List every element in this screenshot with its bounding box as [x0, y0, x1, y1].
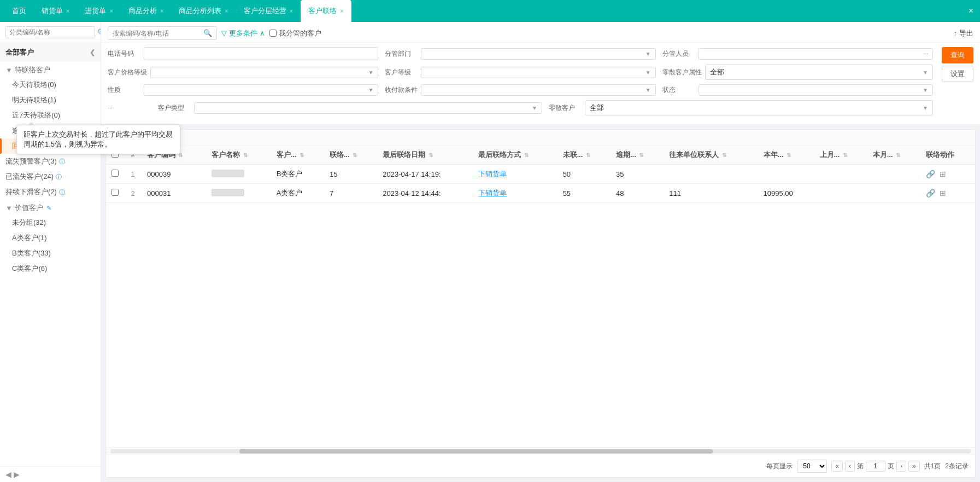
query-button[interactable]: 查询: [942, 47, 973, 63]
header-uncontacted[interactable]: 未联... ⇅: [558, 146, 611, 165]
sidebar-item-tomorrow[interactable]: 明天待联络(1): [0, 92, 101, 108]
sort-unit-icon: ⇅: [722, 152, 726, 158]
my-customers-checkbox-label[interactable]: 我分管的客户: [269, 28, 321, 38]
nav-sales-order[interactable]: 销货单 ×: [34, 0, 77, 22]
header-this-month[interactable]: 本月... ⇅: [867, 146, 920, 165]
sort-type-icon: ⇅: [300, 152, 304, 158]
close-sales-order[interactable]: ×: [66, 8, 69, 14]
nav-product-analysis-list[interactable]: 商品分析列表 ×: [171, 0, 236, 22]
header-this-year[interactable]: 本年... ⇅: [758, 146, 814, 165]
customer-type-down-icon: ▼: [532, 105, 537, 111]
close-purchase-order[interactable]: ×: [109, 8, 113, 14]
close-product-analysis[interactable]: ×: [160, 8, 163, 14]
retail-attr-select[interactable]: 全部 ▼: [705, 65, 933, 80]
search-input[interactable]: [113, 30, 201, 37]
close-product-analysis-list[interactable]: ×: [225, 8, 228, 14]
row1-unit-contact: [664, 165, 758, 184]
payment-select[interactable]: ▼: [421, 84, 655, 96]
row1-last-date: 2023-04-17 14:19:: [377, 165, 473, 184]
status-select[interactable]: ▼: [699, 84, 933, 96]
filter-row-3: 性质 ▼ 收付款条件 ▼: [108, 84, 933, 96]
header-unit-contact[interactable]: 往来单位联系人 ⇅: [664, 146, 758, 165]
sidebar-item-unclassified[interactable]: 未分组(32): [0, 215, 101, 230]
per-page-select[interactable]: 50 100 200: [797, 460, 827, 473]
sidebar-prev-btn[interactable]: ◀: [5, 470, 11, 479]
price-level-select[interactable]: ▼: [150, 67, 378, 78]
row1-checkbox[interactable]: [112, 170, 119, 177]
horizontal-scrollbar[interactable]: [106, 447, 975, 455]
sidebar-item-declining[interactable]: 持续下滑客户(2) ⓘ: [0, 184, 101, 200]
header-overdue[interactable]: 逾期... ⇅: [611, 146, 664, 165]
row1-overdue: 35: [611, 165, 664, 184]
row1-num: 1: [124, 165, 142, 184]
customer-level-select[interactable]: ▼: [421, 67, 655, 78]
my-customers-checkbox[interactable]: [269, 30, 277, 37]
nav-customer-segment[interactable]: 客户分层经营 ×: [236, 0, 301, 22]
page-label-suffix: 页: [888, 462, 894, 471]
close-customer-contact[interactable]: ×: [340, 8, 343, 14]
table-wrap[interactable]: # 客户编码 ⇅ 客户名称 ⇅ 客户... ⇅: [106, 146, 975, 447]
page-number-input[interactable]: [866, 461, 885, 472]
lost-prediction-info-icon: ⓘ: [59, 158, 65, 166]
row2-contact-count: 7: [324, 184, 377, 203]
header-customer-type[interactable]: 客户... ⇅: [271, 146, 324, 165]
first-page-button[interactable]: «: [831, 461, 843, 472]
export-button[interactable]: ↑ 导出: [954, 28, 974, 38]
value-customers-group[interactable]: ▼ 价值客户 ✎: [0, 200, 101, 215]
sidebar-item-class-b[interactable]: B类客户(33): [0, 246, 101, 261]
row1-grid-icon[interactable]: ⊞: [940, 170, 946, 178]
sidebar-item-lost-prediction[interactable]: 流失预警客户(3) ⓘ: [0, 154, 101, 169]
gender-select[interactable]: ▼: [144, 84, 378, 96]
search-icon[interactable]: 🔍: [203, 29, 212, 37]
sidebar-item-class-c[interactable]: C类客户(6): [0, 261, 101, 276]
sort-name-icon: ⇅: [243, 152, 248, 158]
phone-field: 电话号码: [108, 47, 378, 60]
value-customers-edit-icon[interactable]: ✎: [46, 205, 51, 212]
customer-level-down-icon: ▼: [645, 69, 651, 76]
row2-link-icon[interactable]: 🔗: [926, 189, 935, 198]
customer-type-select[interactable]: ▼: [194, 102, 542, 114]
sidebar-search-input[interactable]: [5, 26, 95, 38]
pending-contact-group[interactable]: ▼ 待联络客户: [0, 62, 101, 77]
nav-home[interactable]: 首页: [4, 0, 34, 22]
close-customer-segment[interactable]: ×: [290, 8, 293, 14]
row2-checkbox[interactable]: [112, 189, 119, 196]
sort-tmonth-icon: ⇅: [896, 152, 900, 158]
tooltip-box: 距客户上次交易时长，超过了此客户的平均交易周期的1.5倍，则视为异常。: [16, 125, 101, 154]
header-last-month[interactable]: 上月... ⇅: [814, 146, 867, 165]
header-last-contact-date[interactable]: 最后联络日期 ⇅: [377, 146, 473, 165]
next-page-button[interactable]: ›: [896, 461, 906, 472]
customer-type-field: 客户类型 ▼: [158, 102, 542, 114]
nav-product-analysis[interactable]: 商品分析 ×: [121, 0, 171, 22]
sidebar-item-class-a[interactable]: A类客户(1): [0, 230, 101, 246]
sidebar-item-already-lost[interactable]: 已流失客户(24) ⓘ: [0, 169, 101, 184]
row2-grid-icon[interactable]: ⊞: [940, 189, 946, 198]
row1-link-icon[interactable]: 🔗: [926, 170, 935, 178]
retail-customer-down-icon: ▼: [923, 105, 928, 111]
row2-type: A类客户: [271, 184, 324, 203]
branch-select[interactable]: ▼: [421, 48, 655, 60]
manager-select[interactable]: ···: [699, 48, 933, 60]
sidebar-nav-arrows: ◀ ▶: [5, 470, 20, 479]
sidebar-item-7days[interactable]: 近7天待联络(0): [0, 108, 101, 123]
header-last-contact-method[interactable]: 最后联络方式 ⇅: [473, 146, 557, 165]
nav-purchase-order[interactable]: 进货单 ×: [77, 0, 120, 22]
table-header: # 客户编码 ⇅ 客户名称 ⇅ 客户... ⇅: [106, 146, 975, 165]
last-page-button[interactable]: »: [908, 461, 920, 472]
prev-page-button[interactable]: ‹: [845, 461, 855, 472]
nav-customer-contact[interactable]: 客户联络 ×: [301, 0, 351, 22]
settings-button[interactable]: 设置: [942, 66, 973, 82]
per-page-label: 每页显示: [766, 462, 793, 471]
sidebar-item-today[interactable]: 今天待联络(0): [0, 77, 101, 92]
phone-input[interactable]: [144, 47, 378, 60]
sidebar-next-btn[interactable]: ▶: [14, 470, 20, 479]
header-customer-name[interactable]: 客户名称 ⇅: [206, 146, 271, 165]
window-close-button[interactable]: ×: [969, 6, 973, 16]
sidebar-search-icon[interactable]: 🔍: [97, 28, 101, 37]
header-contact-count[interactable]: 联络... ⇅: [324, 146, 377, 165]
all-customers-header[interactable]: 全部客户 ❮: [0, 43, 101, 62]
branch-label: 分管部门: [385, 49, 418, 59]
more-conditions-button[interactable]: ▽ 更多条件 ∧: [221, 28, 265, 38]
retail-customer-select[interactable]: 全部 ▼: [585, 100, 933, 115]
manager-more-icon: ···: [924, 51, 928, 57]
